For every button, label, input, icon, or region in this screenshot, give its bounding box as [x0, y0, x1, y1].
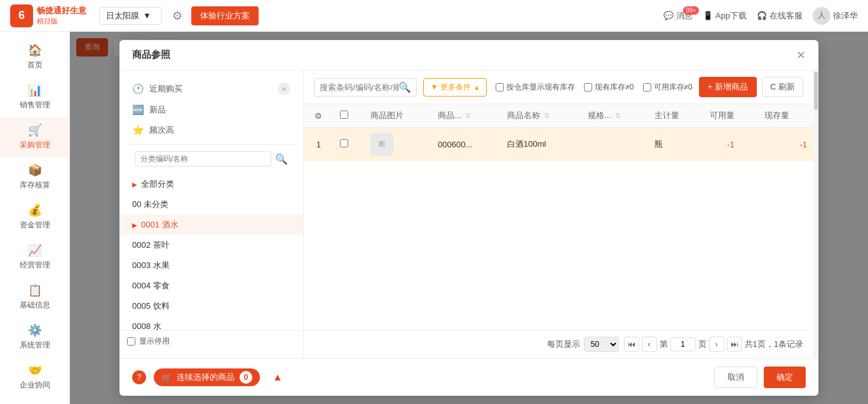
- stock-nonzero-checkbox-label[interactable]: 现有库存≠0: [584, 82, 634, 93]
- per-page-selector: 每页显示 50 100 200: [547, 337, 619, 352]
- store-selector[interactable]: 日太阳膜 ▼: [99, 7, 162, 25]
- quick-link-frequent[interactable]: ⭐ 频次高: [127, 121, 295, 139]
- category-search-row: 🔍: [127, 149, 295, 169]
- warehouse-display-checkbox[interactable]: [496, 83, 504, 91]
- stock-nonzero-checkbox[interactable]: [584, 83, 592, 91]
- category-liquor[interactable]: ▶ 0001 酒水: [119, 215, 303, 235]
- app-download-btn[interactable]: 📱 App下载: [703, 10, 747, 22]
- operation-icon: 📈: [28, 243, 42, 257]
- prev-page-button[interactable]: ‹: [642, 337, 657, 352]
- product-reference-modal: 商品参照 ✕ 🕐 近期购买 «: [119, 40, 818, 396]
- service-btn[interactable]: 🎧 在线客服: [757, 10, 803, 22]
- scrollbar[interactable]: [813, 71, 818, 358]
- arrow-icon: ▶: [132, 181, 137, 188]
- cart-icon: 🛒: [161, 373, 172, 382]
- col-name-header[interactable]: 商品名称 ⇅: [501, 104, 581, 128]
- sidebar-item-system[interactable]: ⚙️ 系统管理: [0, 317, 69, 357]
- collapse-button[interactable]: «: [278, 83, 290, 95]
- quick-links-section: 🕐 近期购买 « 🆕 新品 ⭐ 频次高: [119, 77, 303, 172]
- col-code-header[interactable]: 商品... ⇅: [431, 104, 501, 128]
- usable-nonzero-checkbox[interactable]: [643, 83, 651, 91]
- cart-button[interactable]: 🛒 连续选择的商品 0: [154, 368, 260, 386]
- confirm-button[interactable]: 确定: [764, 367, 806, 388]
- col-checkbox-header[interactable]: [334, 104, 364, 128]
- table-body: 1 图 000600... 白酒100ml 瓶: [304, 128, 813, 161]
- filter-icon: ▼: [430, 83, 438, 91]
- modal-footer: ? 🛒 连续选择的商品 0 ▲ 取消 确定: [119, 358, 818, 396]
- row-select-checkbox[interactable]: [340, 139, 348, 147]
- navbar-right: 💬 消息 99+ 📱 App下载 🎧 在线客服 人 徐泽华: [663, 7, 858, 25]
- main-content: 查询 设置 刷新 商品参照 ✕ 🕐: [70, 32, 868, 404]
- cancel-button[interactable]: 取消: [714, 367, 757, 388]
- first-page-button[interactable]: ⏮: [624, 337, 639, 352]
- table-header: ⚙ 商品图片 商品... ⇅ 商品名称 ⇅ 规格... ⇅ 主计量 可用量 现: [304, 104, 813, 128]
- new-icon: 🆕: [132, 104, 144, 116]
- messages-btn[interactable]: 💬 消息 99+: [663, 10, 693, 22]
- row-checkbox[interactable]: [334, 128, 364, 161]
- sidebar-item-basic-info[interactable]: 📋 基础信息: [0, 277, 69, 317]
- product-search-input[interactable]: [320, 83, 398, 92]
- category-uncategorized[interactable]: 00 未分类: [119, 194, 303, 215]
- modal-close-button[interactable]: ✕: [796, 50, 806, 61]
- sidebar-item-sales[interactable]: 📊 销售管理: [0, 77, 69, 117]
- per-page-select[interactable]: 50 100 200: [584, 337, 619, 352]
- filter-checkboxes: 按仓库显示现有库存 现有库存≠0 可用库存≠0: [496, 82, 693, 93]
- left-panel-bottom: 显示停用: [119, 330, 303, 352]
- show-disabled-checkbox[interactable]: [127, 337, 135, 346]
- message-icon: 💬: [663, 11, 674, 20]
- avatar: 人: [813, 7, 831, 25]
- sidebar-item-home[interactable]: 🏠 首页: [0, 37, 69, 77]
- show-disabled-section: 显示停用: [127, 336, 170, 347]
- product-thumbnail: 图: [370, 133, 393, 156]
- experience-button[interactable]: 体验行业方案: [191, 6, 259, 25]
- logo: 6 畅捷通好生意 精目版: [10, 4, 86, 27]
- usable-nonzero-checkbox-label[interactable]: 可用库存≠0: [643, 82, 693, 93]
- page-number-input[interactable]: [670, 337, 696, 351]
- home-icon: 🏠: [28, 43, 42, 57]
- sidebar-item-inventory[interactable]: 📦 库存核算: [0, 157, 69, 197]
- scrollbar-thumb[interactable]: [814, 72, 818, 110]
- search-submit-icon[interactable]: 🔍: [398, 81, 411, 93]
- category-search-input[interactable]: [135, 151, 271, 166]
- user-profile[interactable]: 人 徐泽华: [813, 7, 858, 25]
- category-beverage[interactable]: 0005 饮料: [119, 296, 303, 316]
- sidebar-item-operation[interactable]: 📈 经营管理: [0, 237, 69, 277]
- sidebar-item-enterprise[interactable]: 🤝 企业协同: [0, 357, 69, 397]
- category-tea[interactable]: 0002 茶叶: [119, 235, 303, 255]
- row-name: 白酒100ml: [501, 128, 581, 161]
- sidebar: 🏠 首页 📊 销售管理 🛒 采购管理 📦 库存核算 💰 资金管理 📈 经营管理 …: [0, 32, 70, 404]
- help-button[interactable]: ?: [132, 370, 146, 384]
- category-all[interactable]: ▶ 全部分类: [119, 174, 303, 194]
- quick-link-new[interactable]: 🆕 新品: [127, 101, 295, 119]
- warehouse-display-checkbox-label[interactable]: 按仓库显示现有库存: [496, 82, 575, 93]
- settings-icon[interactable]: ⚙: [172, 9, 182, 23]
- modal-header: 商品参照 ✕: [119, 40, 818, 71]
- add-product-button[interactable]: + 新增商品: [699, 77, 757, 97]
- quick-link-recent[interactable]: 🕐 近期购买 «: [127, 79, 295, 98]
- last-page-button[interactable]: ⏭: [727, 337, 742, 352]
- category-fruit[interactable]: 0003 水果: [119, 255, 303, 276]
- more-filters-button[interactable]: ▼ 更多条件 ▲: [423, 78, 487, 97]
- search-toolbar: 🔍 ▼ 更多条件 ▲ 按仓库显示现有库存: [304, 71, 813, 104]
- next-page-button[interactable]: ›: [709, 337, 724, 352]
- frequent-icon: ⭐: [132, 125, 144, 136]
- pagination: 每页显示 50 100 200 ⏮ ‹ 第: [304, 330, 813, 358]
- row-available: -1: [703, 128, 759, 161]
- footer-right: 取消 确定: [714, 367, 806, 388]
- select-all-checkbox[interactable]: [340, 111, 348, 119]
- sidebar-item-guide[interactable]: 🔰 新手引导: [0, 397, 69, 404]
- refresh-table-button[interactable]: C 刷新: [762, 77, 803, 97]
- sidebar-item-purchase[interactable]: 🛒 采购管理: [0, 117, 69, 157]
- col-spec-header[interactable]: 规格... ⇅: [581, 104, 648, 128]
- sidebar-item-finance[interactable]: 💰 资金管理: [0, 197, 69, 237]
- category-water[interactable]: 0008 水: [119, 316, 303, 330]
- table-row[interactable]: 1 图 000600... 白酒100ml 瓶: [304, 128, 813, 161]
- category-snack[interactable]: 0004 零食: [119, 276, 303, 296]
- finance-icon: 💰: [28, 203, 42, 217]
- category-search-icon[interactable]: 🔍: [275, 153, 288, 165]
- navbar: 6 畅捷通好生意 精目版 日太阳膜 ▼ ⚙ 体验行业方案 💬 消息 99+ 📱 …: [0, 0, 868, 32]
- product-search-bar: 🔍: [314, 78, 417, 97]
- collapse-footer-button[interactable]: ▲: [273, 372, 283, 383]
- col-settings[interactable]: ⚙: [304, 104, 334, 128]
- purchase-icon: 🛒: [28, 123, 42, 137]
